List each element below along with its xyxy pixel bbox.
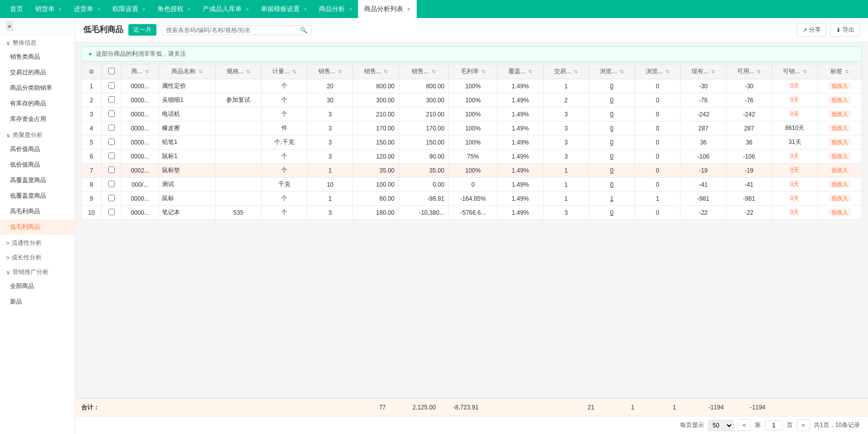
row-browse1[interactable]: 0 <box>589 107 634 121</box>
page-number-input[interactable] <box>765 420 783 430</box>
row-available: -41 <box>726 178 772 192</box>
row-checkbox[interactable] <box>101 206 121 220</box>
sort-spec-icon: ⇅ <box>246 69 250 74</box>
export-button[interactable]: ⬇ 导出 <box>830 23 860 37</box>
sidebar-group-overall[interactable]: ∨ 整体信息 <box>0 35 75 49</box>
col-sales-profit[interactable]: 销售... ⇅ <box>399 64 448 79</box>
row-checkbox[interactable] <box>101 192 121 206</box>
close-product-in-icon[interactable]: × <box>246 6 249 12</box>
select-all-checkbox[interactable] <box>108 68 115 74</box>
per-page-select[interactable]: 50 20 100 <box>708 420 734 431</box>
row-available: -30 <box>726 79 772 93</box>
sidebar-item-all-goods[interactable]: 全部商品 <box>0 278 75 294</box>
sidebar-item-new-goods[interactable]: 新品 <box>0 294 75 310</box>
sort-unit-icon: ⇅ <box>292 69 296 74</box>
col-checkbox[interactable] <box>101 64 121 79</box>
sidebar-item-in-stock[interactable]: 有库存的商品 <box>0 96 75 111</box>
next-page-button[interactable]: ＞ <box>797 419 810 431</box>
row-browse1[interactable]: 0 <box>589 206 634 220</box>
col-spec[interactable]: 规格... ⇅ <box>215 64 261 79</box>
nav-home[interactable]: 首页 <box>4 0 29 18</box>
sidebar-group-growth[interactable]: > 成长性分析 <box>0 249 75 264</box>
sidebar-group-circulation[interactable]: > 流通性分析 <box>0 235 75 249</box>
nav-permission[interactable]: 权限设置 × <box>106 0 151 18</box>
row-checkbox[interactable] <box>101 79 121 93</box>
period-button[interactable]: 近一月 <box>128 24 156 36</box>
row-checkbox[interactable] <box>101 93 121 107</box>
close-sales-icon[interactable]: × <box>59 6 62 12</box>
col-browse2[interactable]: 浏览... ⇅ <box>635 64 680 79</box>
col-available[interactable]: 可用... ⇅ <box>726 64 772 79</box>
row-browse1[interactable]: 0 <box>589 121 634 135</box>
sidebar-group-cluster[interactable]: ∨ 类聚度分析 <box>0 127 75 141</box>
sidebar-item-high-coverage[interactable]: 高覆盖度商品 <box>0 173 75 188</box>
col-current-stock[interactable]: 现有... ⇅ <box>680 64 726 79</box>
search-icon[interactable]: 🔍 <box>300 27 307 34</box>
sidebar-item-low-coverage[interactable]: 低覆盖度商品 <box>0 188 75 204</box>
sidebar-item-low-value[interactable]: 低价值商品 <box>0 157 75 173</box>
row-checkbox[interactable] <box>101 135 121 150</box>
col-code[interactable]: 商... ⇅ <box>121 64 159 79</box>
col-coverage[interactable]: 覆盖... ⇅ <box>497 64 543 79</box>
nav-purchase[interactable]: 进货单 × <box>68 0 106 18</box>
col-settings[interactable]: ⚙ <box>82 64 102 79</box>
col-name[interactable]: 商品名称 ⇅ <box>159 64 215 79</box>
sidebar-group-marketing[interactable]: ∨ 营销推广分析 <box>0 264 75 278</box>
row-saleable: 0天 <box>772 206 817 220</box>
row-browse1[interactable]: 1 <box>589 192 634 206</box>
row-browse1[interactable]: 0 <box>589 135 634 150</box>
col-trade-count[interactable]: 交易... ⇅ <box>543 64 589 79</box>
row-browse1[interactable]: 0 <box>589 164 634 178</box>
row-saleable: 0天 <box>772 93 817 107</box>
col-margin-rate[interactable]: 毛利率 ⇅ <box>449 64 497 79</box>
sidebar-collapse-button[interactable]: « <box>6 21 13 31</box>
prev-page-button[interactable]: ＜ <box>738 419 751 431</box>
row-checkbox[interactable] <box>101 150 121 164</box>
sidebar-item-low-profit[interactable]: 低毛利商品 <box>0 219 75 235</box>
col-browse1[interactable]: 浏览... ⇅ <box>589 64 634 79</box>
sidebar-item-category-rate[interactable]: 商品分类助销率 <box>0 80 75 96</box>
nav-template[interactable]: 单据模板设置 × <box>255 0 313 18</box>
search-input[interactable] <box>166 27 300 34</box>
settings-icon[interactable]: ⚙ <box>89 68 94 75</box>
nav-sales[interactable]: 销货单 × <box>29 0 68 18</box>
nav-product-in[interactable]: 产成品入库单 × <box>197 0 255 18</box>
row-checkbox[interactable] <box>101 164 121 178</box>
row-browse1[interactable]: 0 <box>589 79 634 93</box>
close-permission-icon[interactable]: × <box>142 6 145 12</box>
row-browse1[interactable]: 0 <box>589 178 634 192</box>
close-goods-list-icon[interactable]: × <box>407 6 410 12</box>
nav-goods-analysis[interactable]: 商品分析 × <box>313 0 358 18</box>
close-goods-analysis-icon[interactable]: × <box>349 6 352 12</box>
col-tag[interactable]: 标签 ⇅ <box>818 64 862 79</box>
nav-goods-list[interactable]: 商品分析列表 × <box>358 0 416 18</box>
close-purchase-icon[interactable]: × <box>97 6 100 12</box>
row-sales-profit: -10,380... <box>399 206 448 220</box>
col-sales-amount[interactable]: 销售... ⇅ <box>353 64 399 79</box>
row-checkbox[interactable] <box>101 178 121 192</box>
col-unit[interactable]: 计量... ⇅ <box>261 64 307 79</box>
row-browse1[interactable]: 0 <box>589 150 634 164</box>
row-margin-rate: 100% <box>449 164 497 178</box>
sidebar-item-traded-goods[interactable]: 交易过的商品 <box>0 65 75 80</box>
marketing-arrow-icon: ∨ <box>6 269 11 276</box>
row-sales-amount: 800.00 <box>353 79 399 93</box>
page-label: 第 <box>755 421 761 429</box>
sidebar-item-stock-funds[interactable]: 库存资金占用 <box>0 111 75 127</box>
total-sales-amount: 2,125.00 <box>403 404 445 411</box>
row-name: 吴细细1 <box>159 93 215 107</box>
col-saleable[interactable]: 可销... ⇅ <box>772 64 817 79</box>
sidebar-item-sales-goods[interactable]: 销售类商品 <box>0 49 75 65</box>
row-sales-qty: 1 <box>307 164 353 178</box>
share-button[interactable]: ↗ 分享 <box>797 23 826 37</box>
row-checkbox[interactable] <box>101 107 121 121</box>
close-role-icon[interactable]: × <box>188 6 191 12</box>
sidebar-item-high-profit[interactable]: 高毛利商品 <box>0 204 75 219</box>
nav-role[interactable]: 角色授权 × <box>151 0 197 18</box>
table-row: 1 0000... 属性定价 个 20 800.00 800.00 100% 1… <box>82 79 862 93</box>
sidebar-item-high-value[interactable]: 高价值商品 <box>0 141 75 157</box>
row-checkbox[interactable] <box>101 121 121 135</box>
row-browse1[interactable]: 0 <box>589 93 634 107</box>
col-sales-qty[interactable]: 销售... ⇅ <box>307 64 353 79</box>
close-template-icon[interactable]: × <box>304 6 307 12</box>
